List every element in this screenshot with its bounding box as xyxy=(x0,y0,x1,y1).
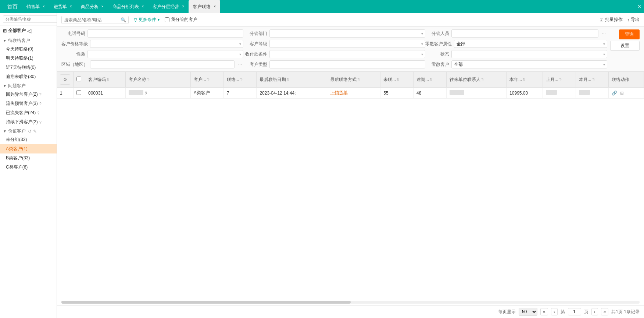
sort-icon[interactable]: ⇅ xyxy=(592,78,595,81)
settings-button[interactable]: 设置 xyxy=(610,41,640,51)
last-page-btn[interactable]: » xyxy=(601,308,609,315)
sidebar-value-group[interactable]: ▼ 价值客户 ↺ ✎ xyxy=(0,127,57,135)
close-purchase-tab[interactable]: × xyxy=(70,0,72,13)
sidebar-search-input[interactable] xyxy=(3,15,57,23)
sidebar-problem-group[interactable]: ▼ 问题客户 xyxy=(0,81,57,90)
sidebar-item-declining[interactable]: 持续下滑客户(2) ? xyxy=(0,117,57,127)
sidebar-item-class-b[interactable]: B类客户(33) xyxy=(0,153,57,163)
nav-tab-analysis[interactable]: 商品分析 × xyxy=(76,0,108,13)
sort-icon[interactable]: ⇅ xyxy=(397,78,400,81)
th-contactperson: 往来单位联系人⇅ xyxy=(446,72,506,88)
filter-customer-type-input[interactable] xyxy=(269,60,425,68)
filter-row-4: 区域（地区） ··· 客户类型 零散客户 全部 xyxy=(61,60,607,68)
filter-nature-select[interactable] xyxy=(87,50,243,58)
sort-icon[interactable]: ⇅ xyxy=(481,78,484,81)
filter-payment-select[interactable] xyxy=(269,50,425,58)
toolbar-search-icon[interactable]: 🔍 xyxy=(121,17,126,22)
nav-tab-sales[interactable]: 销售单 × xyxy=(22,0,49,13)
filter-dept-select[interactable] xyxy=(269,29,425,38)
filter-person-dots[interactable]: ··· xyxy=(601,31,607,36)
nav-tab-purchase[interactable]: 进货单 × xyxy=(49,0,76,13)
sidebar-item-churned[interactable]: 已流失客户(24) ? xyxy=(0,108,57,117)
refresh-icon[interactable]: ↺ xyxy=(28,129,32,134)
sort-icon[interactable]: ⇅ xyxy=(287,78,290,81)
close-customer-contact-tab[interactable]: × xyxy=(214,0,216,13)
nav-tab-analysis-list[interactable]: 商品分析列表 × xyxy=(108,0,149,13)
scrollbar-thumb[interactable] xyxy=(61,301,351,304)
last-method-link[interactable]: 下销货单 xyxy=(330,90,348,95)
sidebar-all-customers[interactable]: ⊞ 全部客户 ◁ xyxy=(0,25,57,36)
table-settings-gear[interactable]: ⚙ xyxy=(60,74,70,85)
my-customers-checkbox[interactable]: 我分管的客户 xyxy=(165,17,197,23)
checkbox-icon: ☑ xyxy=(600,17,604,22)
sort-icon[interactable]: ⇅ xyxy=(357,78,360,81)
nav-tab-customer-mgmt[interactable]: 客户分层经营 × xyxy=(148,0,189,13)
close-customer-mgmt-tab[interactable]: × xyxy=(182,0,184,13)
td-thismonth xyxy=(576,88,609,99)
td-code: 000031 xyxy=(85,88,126,99)
filter-status-select[interactable] xyxy=(451,50,607,58)
first-page-btn[interactable]: « xyxy=(540,308,548,315)
sidebar-item-class-c[interactable]: C类客户(6) xyxy=(0,163,57,172)
sidebar-item-7days[interactable]: 近7天待联络(0) xyxy=(0,63,57,72)
per-page-select[interactable]: 50 100 200 xyxy=(519,308,537,316)
sort-icon[interactable]: ⇅ xyxy=(523,78,526,81)
sidebar-item-overdue[interactable]: 逾期未联络(30) xyxy=(0,72,57,81)
top-nav: 首页 销售单 × 进货单 × 商品分析 × 商品分析列表 × 客户分层经营 × … xyxy=(0,0,644,13)
sort-icon[interactable]: ⇅ xyxy=(430,78,433,81)
sort-icon[interactable]: ⇅ xyxy=(207,78,210,81)
row-checkbox[interactable] xyxy=(76,90,81,95)
query-button[interactable]: 查询 xyxy=(619,29,640,39)
prev-page-btn[interactable]: ‹ xyxy=(551,308,558,315)
close-sales-tab[interactable]: × xyxy=(43,0,45,13)
filter-region-dots[interactable]: ··· xyxy=(237,62,243,67)
sort-icon[interactable]: ⇅ xyxy=(107,78,110,81)
sidebar-item-class-a[interactable]: A类客户(1) xyxy=(0,144,57,153)
more-filters-btn[interactable]: ▽ 更多条件 ▾ xyxy=(132,15,162,24)
page-number-input[interactable] xyxy=(568,308,581,315)
sidebar-item-tomorrow[interactable]: 明天待联络(1) xyxy=(0,54,57,63)
close-analysis-list-tab[interactable]: × xyxy=(142,0,144,13)
sidebar-item-abnormal[interactable]: 回购异常客户(2) ? xyxy=(0,90,57,99)
sidebar-item-ungrouped[interactable]: 未分组(32) xyxy=(0,135,57,144)
filter-region-input[interactable] xyxy=(90,60,235,68)
filter-status-label: 状态 xyxy=(425,51,449,57)
th-gear: ⚙ xyxy=(57,72,74,88)
filter-nature-label: 性质 xyxy=(61,51,85,57)
nav-home[interactable]: 首页 xyxy=(3,0,22,13)
filter-scatter-attr-select[interactable]: 全部 xyxy=(454,40,607,48)
filter-customer-level-select[interactable] xyxy=(269,40,425,48)
sidebar-collapse-btn[interactable]: ◁ xyxy=(27,28,31,34)
td-lastmethod[interactable]: 下销货单 xyxy=(327,88,380,99)
filter-nature-wrap: ▾ xyxy=(87,50,243,58)
edit-icon[interactable]: ✎ xyxy=(33,129,37,134)
nav-close-all[interactable]: × xyxy=(638,3,641,10)
arrow-icon: ▼ xyxy=(3,84,7,88)
export-btn[interactable]: ↑ 导出 xyxy=(627,17,640,23)
filter-icon: ▽ xyxy=(134,17,137,22)
my-customers-check[interactable] xyxy=(165,17,169,22)
sort-icon[interactable]: ⇅ xyxy=(147,78,150,81)
filter-price-select[interactable] xyxy=(90,40,243,48)
select-all-checkbox[interactable] xyxy=(76,77,81,81)
sidebar-item-churn-warning[interactable]: 流失预警客户(3) ? xyxy=(0,99,57,108)
question-icon: ? xyxy=(39,92,42,97)
sort-icon[interactable]: ⇅ xyxy=(240,78,243,81)
filter-person-input[interactable] xyxy=(451,29,598,38)
toolbar-search-input[interactable] xyxy=(64,17,119,22)
action-link-icon[interactable]: 🔗 xyxy=(612,91,617,96)
batch-op-btn[interactable]: ☑ 批量操作 xyxy=(600,17,623,23)
sort-icon[interactable]: ⇅ xyxy=(559,78,562,81)
close-analysis-tab[interactable]: × xyxy=(101,0,104,13)
col-name-label: 客户名称 xyxy=(129,77,146,83)
filter-phone-input[interactable] xyxy=(87,29,243,38)
sidebar-pending-group[interactable]: ▼ 待联络客户 xyxy=(0,36,57,45)
filter-price-level: 客户价格等级 ▾ xyxy=(61,40,243,48)
horizontal-scrollbar[interactable] xyxy=(61,301,640,304)
filter-scatter-select[interactable]: 全部 xyxy=(451,60,607,68)
sidebar-item-today[interactable]: 今天待联络(0) xyxy=(0,45,57,54)
action-grid-icon[interactable]: ⊞ xyxy=(620,91,624,96)
td-type: A类客户 xyxy=(190,88,223,99)
next-page-btn[interactable]: › xyxy=(591,308,598,315)
nav-tab-customer-contact[interactable]: 客户联络 × xyxy=(189,0,220,13)
